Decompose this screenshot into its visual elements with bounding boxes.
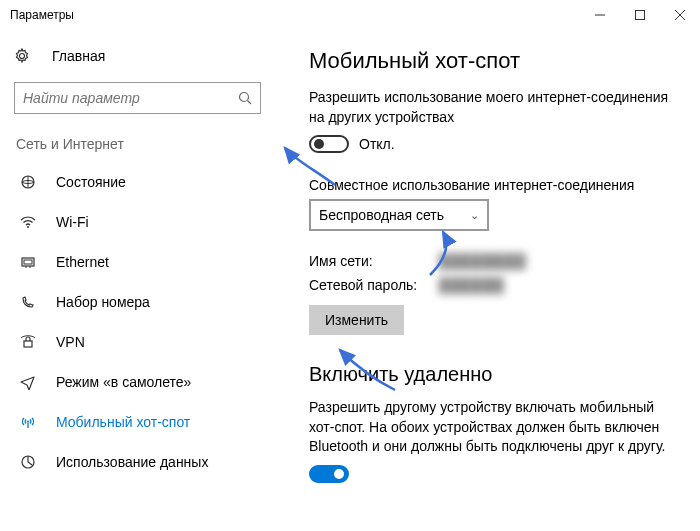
sidebar-item-label: Wi-Fi	[56, 214, 89, 230]
svg-point-4	[240, 93, 249, 102]
airplane-icon	[18, 374, 38, 390]
maximize-button[interactable]	[620, 0, 660, 30]
sidebar-section-title: Сеть и Интернет	[14, 136, 261, 152]
gear-icon	[14, 48, 34, 64]
search-input[interactable]	[14, 82, 261, 114]
search-field[interactable]	[23, 90, 238, 106]
svg-rect-13	[24, 341, 32, 347]
sidebar-item-datausage[interactable]: Использование данных	[14, 442, 261, 482]
data-usage-icon	[18, 454, 38, 470]
sidebar-item-label: Набор номера	[56, 294, 150, 310]
network-password-label: Сетевой пароль:	[309, 277, 439, 293]
sidebar-item-label: VPN	[56, 334, 85, 350]
network-password-value: ██████	[439, 277, 505, 293]
sidebar: Главная Сеть и Интернет Состояние Wi-Fi …	[0, 30, 275, 531]
sidebar-item-label: Ethernet	[56, 254, 109, 270]
window-controls	[580, 0, 700, 30]
remote-title: Включить удаленно	[309, 363, 678, 386]
minimize-button[interactable]	[580, 0, 620, 30]
network-name-value: ████████	[439, 253, 526, 269]
sidebar-item-label: Мобильный хот-спот	[56, 414, 190, 430]
status-icon	[18, 174, 38, 190]
sidebar-item-vpn[interactable]: VPN	[14, 322, 261, 362]
page-title: Мобильный хот-спот	[309, 48, 678, 74]
sidebar-item-ethernet[interactable]: Ethernet	[14, 242, 261, 282]
sidebar-item-dialup[interactable]: Набор номера	[14, 282, 261, 322]
edit-button[interactable]: Изменить	[309, 305, 404, 335]
svg-line-5	[248, 101, 252, 105]
home-label: Главная	[52, 48, 105, 64]
sidebar-item-status[interactable]: Состояние	[14, 162, 261, 202]
connection-dropdown[interactable]: Беспроводная сеть ⌄	[309, 199, 489, 231]
svg-point-14	[27, 421, 29, 423]
dialup-icon	[18, 294, 38, 310]
window-title: Параметры	[10, 8, 74, 22]
vpn-icon	[18, 334, 38, 350]
connection-label: Совместное использование интернет-соедин…	[309, 177, 678, 193]
sidebar-nav: Состояние Wi-Fi Ethernet Набор номера VP…	[14, 162, 261, 482]
remote-toggle[interactable]	[309, 465, 349, 483]
home-nav[interactable]: Главная	[14, 44, 261, 68]
sidebar-item-wifi[interactable]: Wi-Fi	[14, 202, 261, 242]
chevron-down-icon: ⌄	[470, 209, 479, 222]
network-name-label: Имя сети:	[309, 253, 439, 269]
sidebar-item-hotspot[interactable]: Мобильный хот-спот	[14, 402, 261, 442]
wifi-icon	[18, 214, 38, 230]
close-button[interactable]	[660, 0, 700, 30]
ethernet-icon	[18, 254, 38, 270]
sidebar-item-label: Режим «в самолете»	[56, 374, 191, 390]
svg-rect-10	[24, 260, 32, 264]
sharing-description: Разрешить использование моего интернет-с…	[309, 88, 678, 127]
svg-point-8	[27, 226, 29, 228]
connection-value: Беспроводная сеть	[319, 207, 444, 223]
sidebar-item-label: Использование данных	[56, 454, 208, 470]
sharing-toggle[interactable]	[309, 135, 349, 153]
title-bar: Параметры	[0, 0, 700, 30]
sidebar-item-airplane[interactable]: Режим «в самолете»	[14, 362, 261, 402]
remote-description: Разрешить другому устройству включать мо…	[309, 398, 678, 457]
sidebar-item-label: Состояние	[56, 174, 126, 190]
svg-rect-1	[636, 11, 645, 20]
search-icon	[238, 91, 252, 105]
sharing-toggle-label: Откл.	[359, 136, 395, 152]
hotspot-icon	[18, 414, 38, 430]
content-pane: Мобильный хот-спот Разрешить использован…	[275, 30, 700, 531]
